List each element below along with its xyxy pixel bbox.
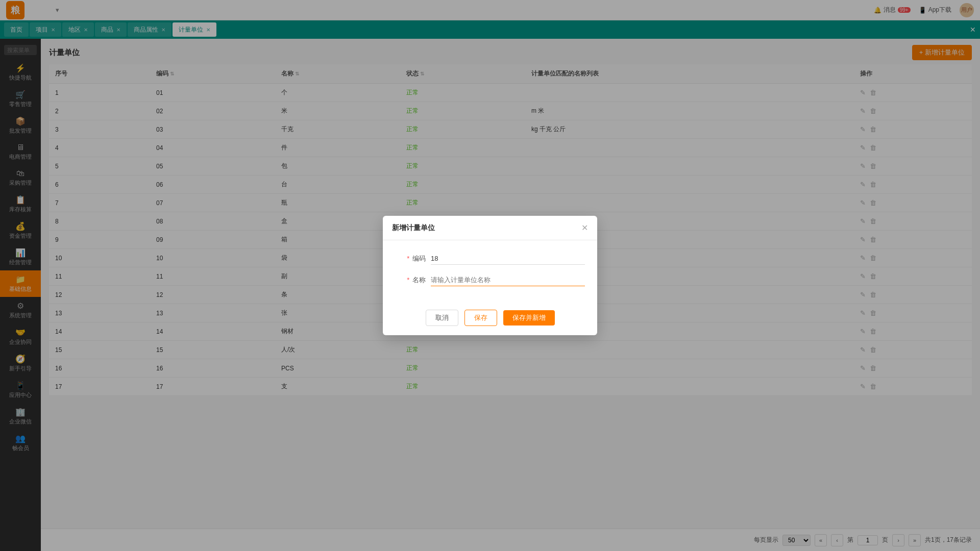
required-star-code: * bbox=[407, 255, 409, 262]
required-star-name: * bbox=[407, 276, 409, 284]
code-input[interactable] bbox=[431, 253, 585, 265]
add-unit-modal: 新增计量单位 ✕ * 编码 * 名称 取消 保存 保存并新增 bbox=[383, 216, 597, 335]
cancel-button[interactable]: 取消 bbox=[426, 310, 458, 326]
modal-close-button[interactable]: ✕ bbox=[581, 223, 588, 233]
form-code-label: * 编码 bbox=[395, 254, 426, 263]
modal-header: 新增计量单位 ✕ bbox=[383, 216, 597, 240]
modal-title: 新增计量单位 bbox=[392, 223, 435, 233]
form-row-name: * 名称 bbox=[395, 274, 585, 286]
modal-footer: 取消 保存 保存并新增 bbox=[383, 304, 597, 335]
modal-body: * 编码 * 名称 bbox=[383, 240, 597, 304]
name-input[interactable] bbox=[431, 274, 585, 286]
form-name-label: * 名称 bbox=[395, 276, 426, 285]
form-row-code: * 编码 bbox=[395, 253, 585, 265]
modal-overlay: 新增计量单位 ✕ * 编码 * 名称 取消 保存 保存并新增 bbox=[0, 0, 980, 551]
save-button[interactable]: 保存 bbox=[464, 310, 497, 326]
save-and-new-button[interactable]: 保存并新增 bbox=[503, 310, 555, 325]
